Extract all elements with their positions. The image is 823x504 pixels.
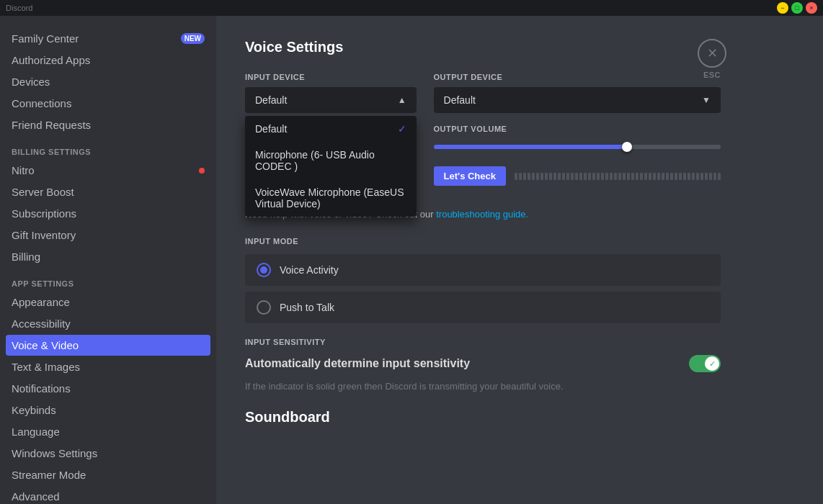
radio-label: Push to Talk (280, 302, 334, 313)
dropdown-option-voicewave[interactable]: VoiceWave Microphone (EaseUS Virtual Dev… (245, 179, 417, 217)
audio-bar (657, 173, 660, 180)
sidebar-item-connections[interactable]: Connections (6, 93, 210, 114)
sidebar-item-appearance[interactable]: Appearance (6, 292, 210, 312)
sidebar-item-notifications[interactable]: Notifications (6, 378, 210, 399)
sidebar-item-label: Server Boost (12, 186, 74, 198)
audio-bar (579, 173, 582, 180)
sidebar-item-accessibility[interactable]: Accessibility (6, 313, 210, 334)
option-label: Microphone (6- USB Audio CODEC ) (255, 149, 406, 172)
sidebar-item-label: Voice & Video (12, 339, 79, 351)
soundboard-title: Soundboard (245, 409, 721, 426)
input-device-label: INPUT DEVICE (245, 73, 417, 81)
sidebar-item-billing[interactable]: Billing (6, 246, 210, 267)
audio-bar (575, 173, 578, 180)
sidebar-item-text-images[interactable]: Text & Images (6, 356, 210, 377)
sidebar-item-label: Connections (12, 97, 71, 109)
sidebar-item-authorized-apps[interactable]: Authorized Apps (6, 50, 210, 71)
sidebar-item-label: Gift Inventory (12, 229, 76, 241)
input-sensitivity-label: INPUT SENSITIVITY (245, 338, 721, 346)
audio-bar (540, 173, 543, 180)
audio-bar (631, 173, 634, 180)
sidebar-item-voice-video[interactable]: Voice & Video (6, 335, 210, 356)
input-device-menu: Default✓Microphone (6- USB Audio CODEC )… (245, 116, 417, 217)
sidebar-item-nitro[interactable]: Nitro (6, 160, 210, 181)
audio-bar (666, 173, 669, 180)
audio-bar (614, 173, 617, 180)
volume-slider[interactable] (434, 145, 721, 149)
esc-circle: ✕ (698, 39, 726, 68)
dropdown-option-microphone-usb[interactable]: Microphone (6- USB Audio CODEC ) (245, 142, 417, 179)
close-icon: ✕ (705, 46, 719, 60)
voice-test-row: Let's Check (434, 166, 721, 186)
sidebar-item-streamer-mode[interactable]: Streamer Mode (6, 464, 210, 485)
sidebar: Family CenterNEWAuthorized AppsDevicesCo… (0, 16, 216, 504)
sidebar-item-family-center[interactable]: Family CenterNEW (6, 28, 210, 49)
app-container: Family CenterNEWAuthorized AppsDevicesCo… (0, 16, 823, 504)
audio-bar (713, 173, 716, 180)
check-icon: ✓ (709, 359, 716, 369)
sidebar-item-label: Billing (12, 251, 40, 263)
sidebar-item-windows-settings[interactable]: Windows Settings (6, 443, 210, 464)
sidebar-item-language[interactable]: Language (6, 421, 210, 442)
audio-bar (662, 173, 664, 180)
output-device-label: OUTPUT DEVICE (434, 73, 721, 81)
sidebar-section-label-2: APP SETTINGS (6, 268, 210, 291)
audio-bar (519, 173, 522, 180)
sidebar-item-devices[interactable]: Devices (6, 71, 210, 92)
audio-bar (588, 173, 591, 180)
new-badge: NEW (181, 33, 205, 44)
titlebar: Discord − □ × (0, 0, 823, 16)
radio-option-push-to-talk[interactable]: Push to Talk (245, 292, 721, 323)
input-sensitivity-section: INPUT SENSITIVITY Automatically determin… (245, 338, 721, 392)
radio-option-voice-activity[interactable]: Voice Activity (245, 254, 721, 286)
page-title: Voice Settings (245, 39, 721, 55)
sidebar-item-label: Nitro (12, 164, 35, 176)
output-device-col: OUTPUT DEVICE Default ▼ OUTPUT VOLUME (434, 73, 721, 192)
input-mode-label: INPUT MODE (245, 237, 721, 246)
volume-slider-container (434, 139, 721, 152)
chevron-up-icon: ▲ (398, 95, 406, 105)
sidebar-item-advanced[interactable]: Advanced (6, 486, 210, 504)
sensitivity-title: Automatically determine input sensitivit… (245, 357, 470, 370)
lets-check-button[interactable]: Let's Check (434, 166, 506, 186)
settings-container: ✕ ESC Voice Settings INPUT DEVICE Defaul… (216, 16, 749, 449)
output-device-dropdown[interactable]: Default ▼ (434, 87, 721, 113)
audio-bar (700, 173, 703, 180)
audio-bar (649, 173, 651, 180)
audio-bar (584, 173, 587, 180)
audio-bar (597, 173, 600, 180)
audio-bar (705, 173, 708, 180)
sidebar-item-keybinds[interactable]: Keybinds (6, 400, 210, 420)
sidebar-item-label: Text & Images (12, 361, 80, 373)
minimize-button[interactable]: − (777, 2, 788, 14)
dropdown-option-default[interactable]: Default✓ (245, 116, 417, 142)
sidebar-item-gift-inventory[interactable]: Gift Inventory (6, 225, 210, 246)
sidebar-item-server-boost[interactable]: Server Boost (6, 181, 210, 202)
sidebar-item-subscriptions[interactable]: Subscriptions (6, 203, 210, 224)
audio-bar (515, 173, 517, 180)
audio-bar (679, 173, 682, 180)
audio-bar (670, 173, 673, 180)
maximize-button[interactable]: □ (791, 2, 803, 14)
sidebar-item-label: Family Center (12, 32, 79, 45)
audio-bar (610, 173, 613, 180)
close-button[interactable]: × (806, 2, 817, 14)
audio-bar (553, 173, 556, 180)
audio-bar (640, 173, 643, 180)
output-volume-label: OUTPUT VOLUME (434, 125, 721, 133)
audio-bar (653, 173, 656, 180)
sidebar-item-friend-requests[interactable]: Friend Requests (6, 114, 210, 135)
input-device-dropdown[interactable]: Default ▲ (245, 87, 417, 113)
troubleshooting-link[interactable]: troubleshooting guide. (436, 209, 528, 220)
sensitivity-toggle[interactable]: ✓ (689, 355, 721, 372)
audio-bar (536, 173, 539, 180)
sidebar-section-label-1: BILLING SETTINGS (6, 136, 210, 159)
audio-bar (532, 173, 535, 180)
output-volume-section: OUTPUT VOLUME (434, 125, 721, 152)
audio-bar (528, 173, 530, 180)
sidebar-item-label: Friend Requests (12, 119, 91, 131)
input-device-selected: Default (255, 94, 287, 106)
app-title: Discord (6, 4, 32, 12)
toggle-knob: ✓ (705, 356, 719, 371)
audio-bar (549, 173, 552, 180)
